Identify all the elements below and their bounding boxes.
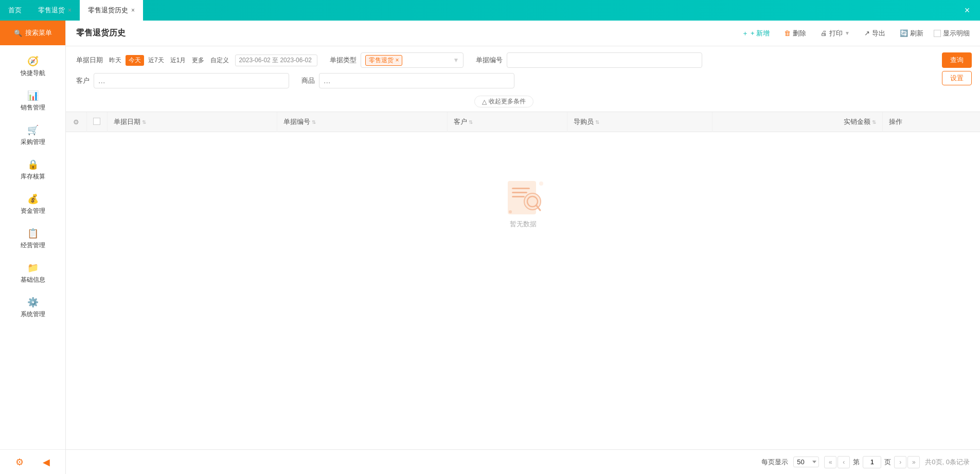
header-checkbox[interactable] [93, 118, 100, 125]
filter-customer-input[interactable]: ... [94, 73, 289, 88]
date-btn-7days[interactable]: 近7天 [146, 55, 166, 66]
export-button[interactable]: ↗ 导出 [860, 27, 889, 40]
sidebar-item-basic-info[interactable]: 📁 基础信息 [0, 256, 65, 290]
page-total: 共0页, 0条记录 [925, 458, 970, 467]
add-button[interactable]: ＋ + 新增 [738, 27, 774, 40]
filter-goods-input[interactable]: ... [319, 73, 514, 88]
collapse-icon: △ [482, 98, 487, 105]
th-actions: 操作 [882, 112, 980, 132]
window-close-button[interactable]: × [954, 0, 980, 21]
empty-text: 暂无数据 [510, 220, 537, 229]
date-btn-today[interactable]: 今天 [126, 55, 144, 66]
page-next-button[interactable]: › [894, 456, 906, 468]
empty-cell: 暂无数据 [66, 132, 980, 260]
search-icon: 🔍 [14, 29, 22, 37]
customer-dots: ... [98, 76, 105, 85]
page-header: 零售退货历史 ＋ + 新增 🗑 删除 🖨 打印 ▼ ↗ 导出 [66, 21, 980, 46]
tab-retail-return-history-label: 零售退货历史 [88, 6, 128, 15]
th-settings: ⚙ [66, 112, 86, 132]
th-date: 单据日期 ⇅ [107, 112, 277, 132]
date-btn-more[interactable]: 更多 [190, 55, 206, 66]
sidebar-item-purchase-mgmt[interactable]: 🛒 采购管理 [0, 118, 65, 153]
sales-mgmt-icon: 📊 [27, 90, 39, 101]
page-title: 零售退货历史 [76, 28, 126, 39]
print-dropdown-icon: ▼ [845, 30, 850, 36]
tab-retail-return-history-close[interactable]: × [131, 7, 135, 14]
th-customer-label: 客户 [454, 117, 467, 126]
th-number-label: 单据编号 [283, 117, 310, 126]
th-date-label: 单据日期 [114, 117, 140, 126]
page-size-select[interactable]: 10 20 50 100 [793, 457, 819, 467]
system-mgmt-icon: ⚙️ [27, 297, 39, 308]
export-icon: ↗ [864, 29, 870, 37]
filter-number-input[interactable] [507, 52, 702, 68]
sidebar-item-inventory[interactable]: 🔒 库存核算 [0, 153, 65, 187]
date-btn-custom[interactable]: 自定义 [208, 55, 231, 66]
th-guide: 导购员 ⇅ [567, 112, 712, 132]
date-range-input[interactable]: 2023-06-02 至 2023-06-02 [235, 54, 317, 66]
refresh-icon: 🔄 [900, 29, 908, 37]
sidebar-item-operations-mgmt[interactable]: 📋 经营管理 [0, 222, 65, 256]
delete-label: 删除 [793, 29, 806, 38]
action-buttons: 查询 设置 [942, 46, 980, 112]
amount-sort-icon[interactable]: ⇅ [872, 119, 876, 125]
th-number: 单据编号 ⇅ [277, 112, 448, 132]
sidebar-item-sales-mgmt-label: 销售管理 [21, 103, 45, 112]
date-btn-1month[interactable]: 近1月 [168, 55, 188, 66]
sidebar-item-quick-nav-label: 快捷导航 [21, 69, 45, 78]
goods-dots: ... [324, 76, 330, 85]
sidebar-item-finance-mgmt[interactable]: 💰 资金管理 [0, 187, 65, 222]
tab-retail-return-close[interactable]: × [68, 7, 72, 14]
sidebar-item-system-mgmt[interactable]: ⚙️ 系统管理 [0, 290, 65, 325]
query-button[interactable]: 查询 [942, 52, 972, 68]
sidebar-item-quick-nav[interactable]: 🧭 快捷导航 [0, 49, 65, 84]
page-last-button[interactable]: » [907, 456, 920, 468]
tab-retail-return-history[interactable]: 零售退货历史 × [80, 0, 143, 21]
collapse-button[interactable]: △ 收起更多条件 [474, 96, 533, 107]
type-tag: 零售退货 × [365, 55, 402, 66]
number-sort-icon[interactable]: ⇅ [312, 119, 316, 125]
table-head: ⚙ 单据日期 ⇅ 单据编号 [66, 112, 980, 132]
page-number-input[interactable] [863, 456, 881, 468]
customer-sort-icon[interactable]: ⇅ [469, 119, 473, 125]
date-sort-icon[interactable]: ⇅ [142, 119, 146, 125]
sidebar-search[interactable]: 🔍 搜索菜单 [0, 21, 65, 45]
svg-rect-2 [512, 192, 527, 193]
th-amount-label: 实销金额 [844, 117, 870, 126]
quick-nav-icon: 🧭 [27, 56, 39, 67]
settings-button[interactable]: 设置 [942, 71, 972, 85]
sidebar-collapse-button[interactable]: ◀ [43, 457, 50, 468]
guide-sort-icon[interactable]: ⇅ [595, 119, 599, 125]
filter-row-1: 单据日期 昨天 今天 近7天 近1月 更多 自定义 2023-06-02 至 2… [76, 52, 932, 68]
tab-home[interactable]: 首页 [0, 0, 30, 21]
delete-button[interactable]: 🗑 删除 [780, 27, 810, 40]
filter-type-group: 单据类型 零售退货 × ▼ [330, 52, 464, 68]
filter-goods-label: 商品 [301, 76, 315, 85]
sidebar-settings-button[interactable]: ⚙ [15, 457, 24, 468]
filter-customer-group: 客户 ... [76, 73, 289, 88]
finance-mgmt-icon: 💰 [27, 193, 39, 205]
sidebar-item-sales-mgmt[interactable]: 📊 销售管理 [0, 84, 65, 118]
filter-date-btns: 昨天 今天 近7天 近1月 更多 自定义 [107, 55, 231, 66]
print-label: 打印 [829, 29, 843, 38]
collapse-label: 收起更多条件 [489, 97, 526, 106]
main-layout: 🔍 搜索菜单 🧭 快捷导航 📊 销售管理 🛒 采购管理 🔒 库存核算 💰 [0, 21, 980, 474]
sidebar-item-basic-info-label: 基础信息 [21, 276, 45, 284]
page-first-button[interactable]: « [824, 456, 836, 468]
type-tag-close[interactable]: × [395, 57, 399, 64]
display-toggle[interactable]: 显示明细 [934, 29, 970, 38]
empty-illustration [497, 173, 549, 220]
filter-type-select[interactable]: 零售退货 × ▼ [361, 52, 464, 68]
add-icon: ＋ [742, 29, 749, 38]
page-prev-button[interactable]: ‹ [838, 456, 850, 468]
sidebar-menu: 🧭 快捷导航 📊 销售管理 🛒 采购管理 🔒 库存核算 💰 资金管理 📋 [0, 45, 65, 449]
print-button[interactable]: 🖨 打印 ▼ [816, 27, 854, 40]
refresh-button[interactable]: 🔄 刷新 [896, 27, 928, 40]
tab-retail-return[interactable]: 零售退货 × [30, 0, 80, 21]
page-size-label: 每页显示 [761, 458, 788, 467]
filter-customer-label: 客户 [76, 76, 90, 85]
date-btn-yesterday[interactable]: 昨天 [107, 55, 123, 66]
gear-icon[interactable]: ⚙ [73, 118, 79, 126]
page-nav: « ‹ 第 页 › » [824, 456, 920, 468]
svg-rect-3 [512, 196, 525, 197]
